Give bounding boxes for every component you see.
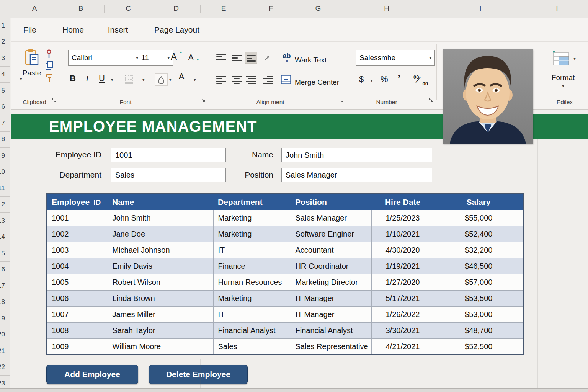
orientation-icon[interactable]: [262, 52, 274, 64]
row-header[interactable]: 22: [0, 359, 10, 376]
delete-employee-button[interactable]: Delete Employee: [149, 365, 248, 384]
department-field[interactable]: [111, 168, 226, 182]
cell-name[interactable]: Jane Doe: [108, 226, 213, 242]
column-header-d[interactable]: D: [173, 4, 179, 13]
cell-name[interactable]: Linda Brown: [108, 291, 213, 307]
merge-center-label[interactable]: Merge Center: [295, 78, 339, 87]
tab-home[interactable]: Home: [62, 25, 84, 34]
cell-hire-date[interactable]: 1/25/2023: [371, 210, 434, 226]
table-row[interactable]: 1005 Robert Wilson Hurnan Resources Mark…: [47, 274, 523, 291]
cell-employee-id[interactable]: 1004: [47, 258, 108, 274]
cell-salary[interactable]: $53,000: [434, 307, 523, 323]
position-field[interactable]: [281, 168, 432, 182]
cell-employee-id[interactable]: 1009: [47, 339, 108, 355]
employee-photo[interactable]: [443, 49, 533, 144]
cell-position[interactable]: Sales Manager: [291, 210, 371, 226]
cell-name[interactable]: Robert Wilson: [108, 274, 213, 291]
row-header[interactable]: 18: [0, 294, 10, 311]
align-center-icon[interactable]: [230, 74, 243, 86]
add-employee-button[interactable]: Add Employee: [46, 365, 138, 384]
column-header-j[interactable]: I: [556, 4, 558, 13]
column-header-i[interactable]: I: [479, 4, 481, 13]
cell-hire-date[interactable]: 4/21/2021: [371, 339, 434, 355]
decrease-indent-icon[interactable]: [245, 74, 257, 86]
cell-salary[interactable]: $52,500: [434, 339, 523, 355]
row-header[interactable]: 20: [0, 327, 10, 343]
italic-button[interactable]: I: [86, 74, 88, 83]
table-row[interactable]: 1002 Jane Doe Marketing Software Enginer…: [47, 226, 523, 242]
header-position[interactable]: Position: [291, 194, 371, 210]
cell-hire-date[interactable]: 1/27/2020: [371, 274, 434, 291]
row-header[interactable]: 7: [0, 115, 10, 132]
increase-font-size-button[interactable]: A: [171, 51, 177, 62]
name-field[interactable]: [281, 148, 432, 162]
underline-dropdown-icon[interactable]: ▾: [111, 77, 113, 82]
cell-department[interactable]: Finance: [213, 258, 291, 274]
tab-page-layout[interactable]: Page Layout: [154, 25, 199, 34]
number-dialog-launcher-icon[interactable]: [429, 97, 434, 104]
row-header[interactable]: 14: [0, 229, 10, 246]
cell-salary[interactable]: $46,500: [434, 258, 523, 274]
cell-name[interactable]: Emily Davis: [108, 258, 213, 274]
cell-salary[interactable]: $55,000: [434, 210, 523, 226]
row-header[interactable]: 5: [0, 83, 10, 99]
cell-name[interactable]: John Smith: [108, 210, 213, 226]
decimal-format-button[interactable]: 00 ⁄ 00: [413, 74, 428, 87]
header-hire-date[interactable]: Hire Date: [371, 194, 434, 210]
header-salary[interactable]: Salary: [434, 194, 523, 210]
align-middle-icon[interactable]: [230, 52, 243, 64]
currency-format-button[interactable]: $: [359, 74, 364, 84]
row-header[interactable]: 15: [0, 245, 10, 262]
cell-department[interactable]: IT: [213, 307, 291, 323]
row-header[interactable]: 19: [0, 310, 10, 327]
table-row[interactable]: 1001 John Smith Marketing Sales Manager …: [47, 210, 523, 226]
table-row[interactable]: 1009 William Moore Sales Sales Represent…: [47, 339, 523, 355]
row-header[interactable]: 3: [0, 50, 10, 67]
tab-insert[interactable]: Insert: [108, 25, 128, 34]
currency-dropdown-icon[interactable]: ▾: [371, 78, 373, 83]
cell-position[interactable]: Software Enginer: [291, 226, 371, 242]
pin-icon[interactable]: [45, 49, 55, 59]
header-employee-id[interactable]: EmployeeID: [47, 194, 108, 210]
cell-department[interactable]: Marketing: [213, 291, 291, 307]
column-header-c[interactable]: C: [126, 4, 131, 13]
cell-hire-date[interactable]: 1/19/2021: [371, 258, 434, 274]
row-header[interactable]: 4: [0, 67, 10, 83]
table-row[interactable]: 1008 Sarah Taylor Financial Analyst Fina…: [47, 323, 523, 339]
paste-button[interactable]: Paste ▾: [20, 48, 44, 87]
cell-hire-date[interactable]: 3/30/2021: [371, 323, 434, 339]
borders-icon[interactable]: [124, 74, 134, 86]
row-header[interactable]: 16: [0, 262, 10, 278]
cell-department[interactable]: IT: [213, 242, 291, 258]
column-header-h[interactable]: H: [384, 4, 389, 13]
row-header[interactable]: 2: [0, 34, 10, 51]
font-color-dropdown-icon[interactable]: ▾: [194, 77, 196, 82]
cell-hire-date[interactable]: 4/30/2020: [371, 242, 434, 258]
decrease-font-size-button[interactable]: A: [188, 53, 193, 62]
font-dialog-launcher-icon[interactable]: [201, 97, 206, 104]
cell-employee-id[interactable]: 1008: [47, 323, 108, 339]
fill-color-icon[interactable]: [155, 74, 168, 86]
tab-file[interactable]: File: [23, 25, 36, 34]
merge-center-icon[interactable]: [281, 75, 291, 86]
bottom-scroll-strip[interactable]: [0, 388, 588, 392]
table-row[interactable]: 1004 Emily Davis Finance HR Coordinator …: [47, 258, 523, 274]
comma-format-button[interactable]: ’: [397, 72, 400, 85]
font-name-select[interactable]: Calibri ▾: [68, 50, 142, 66]
cell-department[interactable]: Sales: [213, 339, 291, 355]
cell-name[interactable]: Sarah Taylor: [108, 323, 213, 339]
column-header-a[interactable]: A: [32, 4, 37, 13]
cell-name[interactable]: James Miller: [108, 307, 213, 323]
cell-position[interactable]: IT Manager: [291, 307, 371, 323]
table-row[interactable]: 1006 Linda Brown Marketing IT Manager 5/…: [47, 291, 523, 307]
cell-department[interactable]: Marketing: [213, 210, 291, 226]
format-dropdown-icon[interactable]: ▾: [562, 83, 564, 88]
cell-position[interactable]: Marketing Director: [291, 274, 371, 291]
increase-indent-icon[interactable]: [262, 74, 274, 86]
alignment-dialog-launcher-icon[interactable]: [339, 97, 344, 104]
bold-button[interactable]: B: [70, 74, 76, 83]
cell-hire-date[interactable]: 1/10/2021: [371, 226, 434, 242]
borders-dropdown-icon[interactable]: ▾: [142, 77, 145, 82]
cell-position[interactable]: Financial Analyst: [291, 323, 371, 339]
cell-hire-date[interactable]: 5/17/2021: [371, 291, 434, 307]
